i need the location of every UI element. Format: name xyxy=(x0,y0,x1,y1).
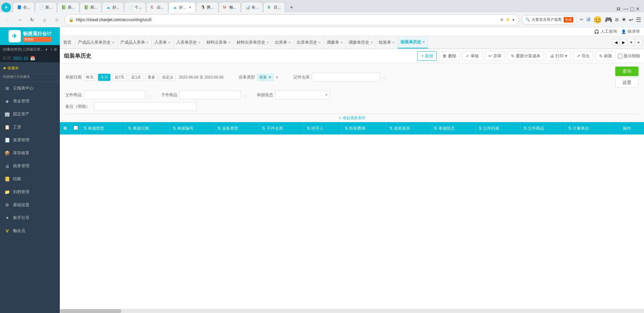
tabs-scroll-right[interactable]: ▶ xyxy=(620,39,627,46)
show-detail-checkbox-label[interactable]: 显示明细 xyxy=(618,53,640,59)
add-button[interactable]: + 新增 xyxy=(417,51,437,61)
print-button[interactable]: 🖨 打印 ▾ xyxy=(546,51,571,61)
col-checkbox[interactable] xyxy=(71,122,80,134)
settings-company-icon[interactable]: ⚙ xyxy=(54,47,57,52)
parent-goods-more-icon[interactable]: … xyxy=(147,93,151,97)
game-icon[interactable]: 🎮 xyxy=(605,16,612,24)
doc-status-select[interactable]: ▾ xyxy=(275,90,330,99)
col-parent-list[interactable]: ⇅ 父件列表 xyxy=(476,122,521,134)
tabs-dropdown[interactable]: ≡ xyxy=(635,39,642,46)
parent-warehouse-more-icon[interactable]: … xyxy=(382,75,386,80)
date-today[interactable]: 今天 xyxy=(98,74,110,81)
content-tab-production[interactable]: 产成品入库单 ✕ xyxy=(118,36,152,48)
col-parent-goods[interactable]: ⇅ 父件商品 xyxy=(520,122,565,134)
outstock-close[interactable]: ✕ xyxy=(288,41,291,44)
content-tab-home[interactable]: 首页 xyxy=(60,36,75,48)
undo-icon[interactable]: ↩ xyxy=(629,17,633,23)
col-doc-date[interactable]: ⇅ 单据日期 xyxy=(125,122,170,134)
menu-icon[interactable]: ☰ xyxy=(636,16,641,24)
parent-goods-input[interactable] xyxy=(84,90,145,99)
company-selector[interactable]: (勿删勿禁用) 江西服宝测试专用 ▾ + ⚙ xyxy=(0,45,60,54)
customer-service-btn[interactable]: 🎧 人工咨询 xyxy=(594,29,617,34)
home-button[interactable]: ⌂ xyxy=(40,15,49,25)
browser-tab-5[interactable]: ☁ 好... xyxy=(102,2,124,12)
close-button[interactable]: ✕ xyxy=(636,6,640,12)
refresh-page-button[interactable]: ↻ 刷新 xyxy=(595,51,616,61)
sidebar-item-new-guide[interactable]: ✦ 新手引导 xyxy=(0,211,60,224)
child-goods-input[interactable] xyxy=(179,90,241,99)
content-tab-material-out[interactable]: 材料出库单 ✕ xyxy=(204,36,234,48)
instock-close[interactable]: ✕ xyxy=(168,41,171,44)
browser-tab-11[interactable]: 📊 各... xyxy=(241,2,263,12)
browser-tab-1[interactable]: 📘 在... xyxy=(13,2,35,12)
sidebar-item-archive[interactable]: 📁 归档管理 xyxy=(0,185,60,198)
brightness-icon[interactable]: ☀ xyxy=(621,16,626,23)
date-custom[interactable]: 自定义 xyxy=(160,74,176,81)
production-close[interactable]: ✕ xyxy=(146,41,149,44)
sidebar-item-fund-mgmt[interactable]: ◈ 资金管理 xyxy=(0,95,60,108)
browser-search-bar[interactable]: 🔍 大量安卓用户逃离 热搜 xyxy=(522,15,577,25)
assembly-history-close[interactable]: ✕ xyxy=(422,40,425,44)
refresh-browser-button[interactable]: ↻ xyxy=(27,15,37,25)
date-1month[interactable]: 近1月 xyxy=(129,74,143,81)
browser-tab-6[interactable]: 📄 个... xyxy=(124,2,146,12)
transfer-history-close[interactable]: ✕ xyxy=(370,41,373,44)
collapse-bar[interactable]: ∧ 收起更多条件 xyxy=(65,114,639,122)
remarks-input[interactable] xyxy=(94,102,197,111)
browser-tab-9[interactable]: 🐧 腾... xyxy=(196,2,218,12)
production-history-close[interactable]: ✕ xyxy=(112,41,115,44)
content-tab-instock-history[interactable]: 入库单历史 ✕ xyxy=(174,36,204,48)
translate-icon[interactable]: 译 xyxy=(586,17,591,23)
horizontal-scrollbar[interactable] xyxy=(60,309,644,313)
assembly-close[interactable]: ✕ xyxy=(392,41,395,44)
content-tab-assembly[interactable]: 组装单 ✕ xyxy=(376,36,398,48)
col-child-warehouse[interactable]: ⇅ 子件仓库 xyxy=(259,122,304,134)
child-goods-more-icon[interactable]: … xyxy=(243,93,247,97)
col-biz-type[interactable]: ⇅ 业务类型 xyxy=(214,122,259,134)
transfer-close[interactable]: ✕ xyxy=(340,41,343,44)
browser-tab-3[interactable]: 📗 易... xyxy=(57,2,79,12)
sidebar-item-salary[interactable]: 📋 工资 xyxy=(0,120,60,133)
tab-close-8[interactable]: ✕ xyxy=(189,5,191,9)
query-button[interactable]: 查询 xyxy=(615,67,639,76)
export-button[interactable]: ↗ 导出 xyxy=(573,51,593,61)
maximize-button[interactable]: ▢ xyxy=(630,6,634,12)
browser-tab-7[interactable]: C 企... xyxy=(146,2,168,12)
content-tab-outstock[interactable]: 出库单 ✕ xyxy=(272,36,294,48)
sidebar-item-basic-settings[interactable]: ⚙ 基础设置 xyxy=(0,198,60,211)
forward-button[interactable]: → xyxy=(15,15,25,25)
biz-type-remove-icon[interactable]: ✕ xyxy=(268,75,271,80)
emoji-icon[interactable]: 😊 xyxy=(593,16,602,24)
content-tab-transfer-history[interactable]: 调拨单历史 ✕ xyxy=(346,36,376,48)
show-detail-checkbox[interactable] xyxy=(618,54,622,58)
abandon-button[interactable]: ↩ 弃审 xyxy=(485,51,505,61)
content-tab-production-history[interactable]: 产成品入库单历史 ✕ xyxy=(75,36,118,48)
minimize-button[interactable]: — xyxy=(623,6,629,12)
outstock-history-close[interactable]: ✕ xyxy=(318,41,321,44)
bookmark-button[interactable]: ☆ xyxy=(52,15,62,25)
address-bar[interactable]: 🔒 https://cloud.chanjet.com/accounting/u… xyxy=(64,14,519,25)
add-company-icon[interactable]: + xyxy=(50,47,52,52)
address-grid-icon[interactable]: ⊞ xyxy=(500,18,503,22)
browser-tab-2[interactable]: 📄 新... xyxy=(35,2,57,12)
content-tab-instock[interactable]: 入库单 ✕ xyxy=(152,36,174,48)
sidebar-item-invoice[interactable]: 🧾 发票管理 xyxy=(0,133,60,146)
col-disassembly-fee[interactable]: ⇅ 拆装费用 xyxy=(341,122,386,134)
browser-tab-10[interactable]: M 畅... xyxy=(219,2,241,12)
new-tab-button[interactable]: + xyxy=(287,3,296,12)
col-doc-status[interactable]: ⇅ 单据状态 xyxy=(431,122,476,134)
col-settings[interactable]: ⚙ xyxy=(60,122,71,134)
delete-button[interactable]: 🗑 删除 xyxy=(439,51,460,61)
tabs-scroll-left[interactable]: ◀ xyxy=(613,39,619,46)
date-more[interactable]: 更多 xyxy=(145,74,158,81)
sidebar-item-inventory[interactable]: 📦 库存核算 xyxy=(0,146,60,159)
back-button[interactable]: ← xyxy=(3,15,12,25)
calendar-icon[interactable]: 📅 xyxy=(30,56,35,61)
lightning-icon[interactable]: ⚡ xyxy=(505,17,510,22)
browser-tab-8[interactable]: ☁ 好... ✕ xyxy=(169,2,196,12)
col-handler[interactable]: ⇅ 经手人 xyxy=(304,122,342,134)
material-out-history-close[interactable]: ✕ xyxy=(266,41,269,44)
content-tab-assembly-history-active[interactable]: 组装单历史 ✕ xyxy=(398,36,428,48)
cut-icon[interactable]: ✂ xyxy=(580,17,583,22)
user-profile-btn[interactable]: 👤 徐泽华 xyxy=(621,29,640,34)
